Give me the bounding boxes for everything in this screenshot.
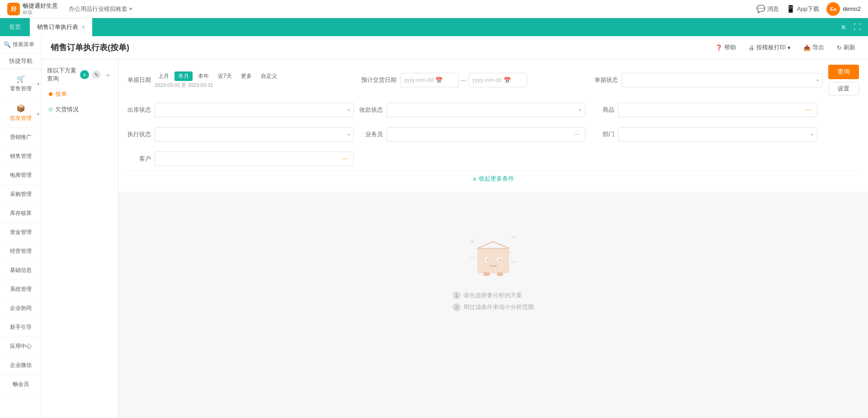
sidebar-item-marketing[interactable]: 营销推广	[0, 128, 41, 147]
page-title: 销售订单执行表(按单)	[51, 42, 129, 53]
expected-date-to[interactable]: yyyy-mm-dd 📅	[468, 73, 527, 87]
expand-arrow-icon: ▾	[37, 81, 39, 86]
svg-text:✦: ✦	[470, 238, 475, 245]
logo-area: 好 畅捷通好生意 标版	[7, 2, 58, 15]
sub-sidebar-actions: + ✎ «	[80, 70, 113, 79]
top-header: 好 畅捷通好生意 标版 办公用品行业模拟账套 ▾ 💬 消息 📱 App下载 Ea…	[0, 0, 868, 18]
message-btn[interactable]: 💬 消息	[756, 5, 779, 13]
logo-text: 畅捷通好生意 标版	[23, 2, 58, 15]
salesperson-more-btn[interactable]: ···	[572, 130, 581, 138]
sidebar-item-basic[interactable]: 基础信息	[0, 261, 41, 280]
sub-sidebar-header: 按以下方案查询 + ✎ «	[42, 63, 118, 86]
sidebar-item-ecommerce[interactable]: 电商管理	[0, 166, 41, 185]
app-download-icon: 📱	[786, 5, 795, 13]
refresh-btn[interactable]: ↻ 刷新	[833, 42, 859, 53]
sidebar-item-wholesale[interactable]: 📦 批发管理 ▴	[0, 99, 41, 128]
tab-close-btn[interactable]: ×	[82, 24, 85, 30]
add-scheme-btn[interactable]: +	[80, 70, 89, 79]
status-select[interactable]: ▾	[622, 73, 823, 87]
print-dropdown-icon: ▾	[788, 44, 791, 51]
svg-rect-14	[497, 272, 503, 276]
print-icon: 🖨	[749, 44, 755, 51]
date-tab-current-month[interactable]: 本月	[175, 71, 193, 81]
breadcrumb[interactable]: 办公用品行业模拟账套 ▾	[69, 5, 132, 13]
customer-input[interactable]: ···	[155, 152, 354, 166]
date-range-display: 2023-03-01 至 2023-03-31	[155, 82, 356, 89]
print-btn[interactable]: 🖨 按模板打印 ▾	[745, 42, 794, 53]
sidebar-item-enterprise[interactable]: 企业协同	[0, 299, 41, 318]
dropdown-arrow-icon: ▾	[348, 132, 350, 137]
sidebar-search[interactable]: 🔍 搜索菜单	[0, 36, 41, 53]
user-menu[interactable]: Ea demo2	[826, 2, 861, 16]
query-button[interactable]: 查询	[828, 65, 859, 79]
window-maximize-icon[interactable]: ⛶	[852, 21, 863, 33]
collapse-sub-sidebar-btn[interactable]: «	[104, 70, 113, 79]
date-tab-last-7[interactable]: 近7天	[214, 71, 236, 81]
customer-more-btn[interactable]: ···	[340, 155, 349, 163]
svg-text:好: 好	[10, 5, 17, 12]
export-btn[interactable]: 📤 导出	[800, 42, 828, 53]
edit-scheme-btn[interactable]: ✎	[92, 70, 101, 79]
collapse-filter-btn[interactable]: ∧ 收起更多条件	[127, 171, 859, 186]
dropdown-arrow-icon: ▾	[348, 108, 350, 113]
sidebar-item-inventory[interactable]: 库存核算	[0, 204, 41, 223]
goods-input[interactable]: ···	[618, 103, 817, 117]
empty-tip-1: 1 请先选择要分析的方案	[453, 291, 534, 299]
exec-status-cell: 执行状态 ▾	[127, 124, 354, 144]
salesperson-input[interactable]: ···	[387, 127, 586, 142]
message-icon: 💬	[756, 5, 765, 13]
exec-status-select[interactable]: ▾	[155, 127, 354, 142]
window-close-icon[interactable]: ✕	[839, 21, 848, 33]
sidebar-item-sales[interactable]: 销售管理	[0, 147, 41, 166]
help-btn[interactable]: ❓ 帮助	[712, 42, 740, 53]
sidebar-item-appstore[interactable]: 应用中心	[0, 337, 41, 356]
dept-cell: 部门 ▾	[591, 124, 817, 144]
svg-text:✦: ✦	[507, 250, 512, 256]
sidebar-item-finance[interactable]: 资金管理	[0, 223, 41, 242]
svg-text:✦: ✦	[511, 234, 516, 241]
date-tab-custom[interactable]: 自定义	[257, 71, 281, 81]
sidebar-item-member[interactable]: 畅会员	[0, 375, 41, 394]
empty-illustration: ✦ ✦ ✦	[466, 228, 520, 282]
export-icon: 📤	[803, 44, 811, 51]
expected-date-from[interactable]: yyyy-mm-dd 📅	[400, 73, 459, 87]
dept-select[interactable]: ▾	[618, 127, 817, 142]
sidebar-quick-nav[interactable]: 快捷导航	[0, 53, 41, 69]
svg-point-6	[487, 259, 489, 261]
date-tab-more[interactable]: 更多	[237, 71, 255, 81]
goods-more-btn[interactable]: ···	[804, 106, 813, 114]
header-right: 💬 消息 📱 App下载 Ea demo2	[756, 2, 861, 16]
tab-bar-right: ✕ ⛶	[839, 21, 868, 33]
app-download-btn[interactable]: 📱 App下载	[786, 5, 819, 13]
svg-rect-2	[477, 248, 509, 273]
content-panel: 销售订单执行表(按单) ❓ 帮助 🖨 按模板打印 ▾ 📤 导出 ↻ 刷新	[42, 36, 868, 418]
pay-status-select[interactable]: ▾	[387, 103, 586, 117]
active-dot-icon	[49, 92, 52, 96]
sub-sidebar: 按以下方案查询 + ✎ « 按单	[42, 59, 118, 418]
date-tab-current-year[interactable]: 本年	[194, 71, 212, 81]
page-header-actions: ❓ 帮助 🖨 按模板打印 ▾ 📤 导出 ↻ 刷新	[712, 42, 859, 53]
pay-status-cell: 收款状态 ▾	[359, 100, 586, 120]
sub-sidebar-item-按单[interactable]: 按单	[42, 86, 118, 102]
action-buttons: 查询 设置	[828, 65, 859, 95]
out-status-select[interactable]: ▾	[155, 103, 354, 117]
empty-tip-2: 2 用过滤条件来缩小分析范围	[453, 303, 534, 311]
refresh-icon: ↻	[837, 44, 842, 51]
sub-sidebar-item-欠货情况[interactable]: 欠货情况	[42, 102, 118, 117]
sidebar-item-operation[interactable]: 经营管理	[0, 242, 41, 261]
status-cell: 单据状态 ▾	[594, 70, 823, 90]
expected-date-cell: 预计交货日期 yyyy-mm-dd 📅 — yyyy-mm-dd 📅	[361, 70, 590, 90]
sidebar-item-purchase[interactable]: 采购管理	[0, 185, 41, 204]
help-icon: ❓	[715, 44, 722, 51]
tab-active[interactable]: 销售订单执行表 ×	[30, 18, 92, 36]
tab-home[interactable]: 首页	[0, 18, 30, 36]
sidebar-item-system[interactable]: 系统管理	[0, 280, 41, 299]
page-body: 单据日期 上月 本月 本年 近7天 更多 自定义 20	[118, 59, 868, 418]
sidebar-item-retail[interactable]: 🛒 零售管理 ▾	[0, 69, 41, 99]
date-tab-last-month[interactable]: 上月	[155, 71, 173, 81]
settings-button[interactable]: 设置	[828, 82, 859, 95]
filter-container: 单据日期 上月 本月 本年 近7天 更多 自定义 20	[118, 59, 868, 192]
sidebar-item-wechat[interactable]: 企业微信	[0, 356, 41, 375]
sidebar-item-newbie[interactable]: 新手引导	[0, 318, 41, 337]
date-tabs: 上月 本月 本年 近7天 更多 自定义	[155, 71, 356, 81]
